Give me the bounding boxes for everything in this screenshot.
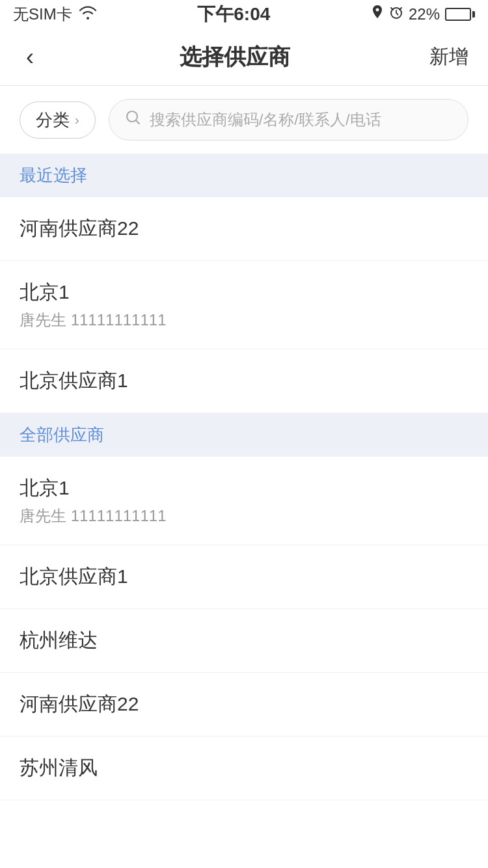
list-item[interactable]: 北京1 唐先生 11111111111: [0, 457, 488, 545]
status-left: 无SIM卡: [13, 4, 97, 25]
status-time: 下午6:04: [197, 2, 270, 27]
search-icon: [125, 109, 142, 131]
item-name: 北京1: [20, 279, 468, 306]
all-section-header: 全部供应商: [0, 413, 488, 457]
location-icon: [371, 5, 384, 23]
category-button[interactable]: 分类 ›: [20, 102, 96, 139]
wifi-icon: [79, 5, 97, 23]
item-name: 北京1: [20, 475, 468, 502]
status-right: 22%: [371, 5, 475, 23]
alarm-icon: [389, 5, 403, 23]
list-item[interactable]: 北京1 唐先生 11111111111: [0, 261, 488, 349]
item-sub: 唐先生 11111111111: [20, 310, 468, 331]
item-name: 河南供应商22: [20, 215, 468, 242]
list-item[interactable]: 北京供应商1: [0, 545, 488, 609]
item-name: 河南供应商22: [20, 691, 468, 718]
add-button[interactable]: 新增: [429, 44, 468, 70]
item-name: 北京供应商1: [20, 563, 468, 590]
search-box[interactable]: 搜索供应商编码/名称/联系人/电话: [109, 99, 468, 141]
recent-section-header: 最近选择: [0, 154, 488, 197]
battery-percentage: 22%: [409, 5, 440, 23]
search-placeholder: 搜索供应商编码/名称/联系人/电话: [150, 109, 381, 130]
battery-icon: [445, 8, 475, 21]
category-label: 分类: [36, 109, 70, 131]
list-item[interactable]: 北京供应商1: [0, 349, 488, 413]
item-name: 杭州维达: [20, 627, 468, 654]
status-bar: 无SIM卡 下午6:04 22%: [0, 0, 488, 29]
all-suppliers-list: 北京1 唐先生 11111111111 北京供应商1 杭州维达 河南供应商22 …: [0, 457, 488, 800]
chevron-right-icon: ›: [75, 113, 79, 128]
recent-list: 河南供应商22 北京1 唐先生 11111111111 北京供应商1: [0, 197, 488, 413]
filter-bar: 分类 › 搜索供应商编码/名称/联系人/电话: [0, 86, 488, 154]
item-name: 北京供应商1: [20, 368, 468, 394]
page-title: 选择供应商: [180, 42, 290, 72]
nav-bar: ‹ 选择供应商 新增: [0, 29, 488, 86]
list-item[interactable]: 河南供应商22: [0, 197, 488, 261]
back-button[interactable]: ‹: [20, 37, 40, 77]
item-name: 苏州清风: [20, 755, 468, 781]
sim-label: 无SIM卡: [13, 4, 72, 25]
list-item[interactable]: 苏州清风: [0, 737, 488, 800]
list-item[interactable]: 杭州维达: [0, 609, 488, 673]
item-sub: 唐先生 11111111111: [20, 506, 468, 526]
list-item[interactable]: 河南供应商22: [0, 673, 488, 737]
